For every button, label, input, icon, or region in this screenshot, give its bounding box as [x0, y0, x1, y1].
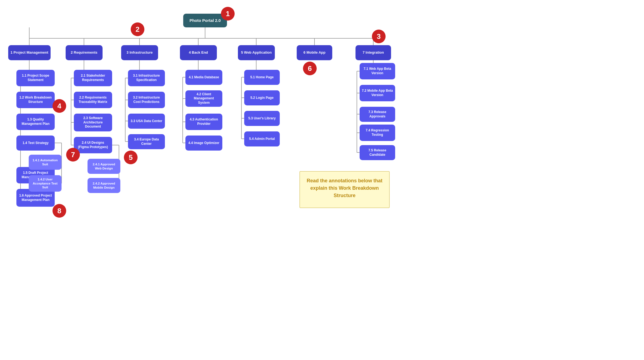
node-c32: 3.2 Infrastructure Cost Predictions: [128, 92, 165, 108]
root-node: Photo Portal 2.0: [183, 14, 227, 27]
node-c11: 1.1 Project Scope Statement: [16, 70, 55, 86]
l1-node-be: 4 Back End: [180, 45, 217, 60]
node-c142: 1.4.2 User Acceptance Test Suit: [29, 175, 62, 192]
node-c34: 3.4 Europe Data Center: [128, 134, 165, 149]
annotation-5: 5: [124, 151, 138, 164]
node-c52: 5.2 Login Page: [244, 90, 280, 105]
l1-node-int: 7 Integration: [355, 45, 391, 60]
node-c75: 7.5 Release Candidate: [360, 145, 395, 160]
node-c12: 1.2 Work Breakdown Structure: [16, 92, 55, 108]
l1-node-infra: 3 Infrastructure: [121, 45, 158, 60]
annotation-3: 3: [372, 30, 386, 43]
annotation-4: 4: [53, 99, 66, 113]
l1-node-mob: 6 Mobile App: [297, 45, 332, 60]
node-c54: 5.4 Admin Portal: [244, 131, 280, 146]
wbs-diagram: Photo Portal 2.0 1 Project Management 2 …: [0, 0, 644, 360]
node-c42: 4.2 Client Management System: [185, 90, 222, 107]
node-c74: 7.4 Regression Testing: [360, 125, 395, 141]
node-c51: 5.1 Home Page: [244, 70, 280, 85]
node-c53: 5.3 User's Library: [244, 111, 280, 126]
node-c33: 3.3 USA Data Center: [128, 114, 165, 129]
node-c44: 4.4 Image Optimizer: [185, 136, 222, 151]
node-c72: 7.2 Mobile App Beta Version: [360, 85, 395, 101]
node-c21: 2.1 Stakeholder Requirements: [74, 70, 112, 86]
node-c242: 2.4.2 Approved Mobile Design: [88, 178, 120, 193]
node-c73: 7.3 Release Approvals: [360, 107, 395, 122]
node-c71: 7.1 Web App Beta Version: [360, 63, 395, 79]
node-c23: 2.3 Software Architecture Document: [74, 114, 112, 131]
node-c241: 2.4.1 Approved Web Design: [88, 159, 120, 174]
l1-node-req: 2 Requirements: [66, 45, 103, 60]
note-box: Read the annotations below that explain …: [299, 171, 390, 208]
annotation-1: 1: [221, 7, 235, 21]
node-c43: 4.3 Authentication Provider: [185, 114, 222, 130]
node-c22: 2.2 Requirements Traceability Matrix: [74, 92, 112, 108]
node-c141: 1.4.1 Automation Suit: [29, 155, 62, 170]
l1-node-web: 5 Web Application: [238, 45, 275, 60]
node-c41: 4.1 Media Database: [185, 70, 222, 85]
node-c14: 1.4 Test Strategy: [16, 136, 55, 151]
annotation-7: 7: [66, 148, 80, 162]
node-c24: 2.4 UI Designs (Figma Prototypes): [74, 137, 112, 153]
annotation-6: 6: [303, 62, 317, 75]
node-c13: 1.3 Quality Management Plan: [16, 114, 55, 130]
l1-node-pm: 1 Project Management: [8, 45, 51, 60]
node-c31: 3.1 Infrastructure Specification: [128, 70, 165, 86]
note-text: Read the annotations below that explain …: [307, 178, 382, 198]
annotation-8: 8: [53, 204, 66, 218]
annotation-2: 2: [131, 22, 144, 36]
